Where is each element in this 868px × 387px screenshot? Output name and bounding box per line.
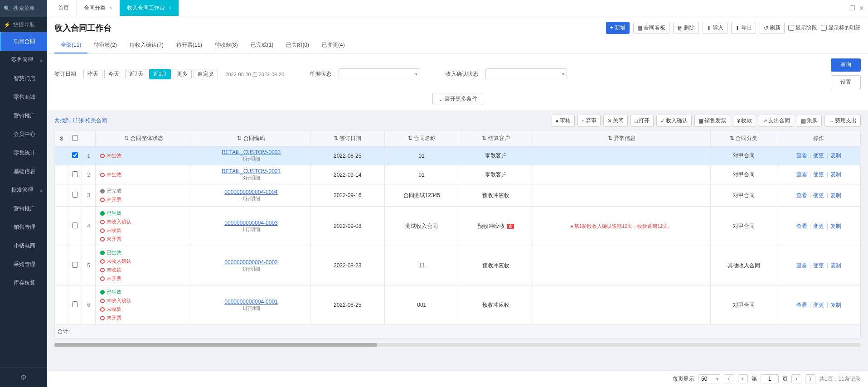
show-detail-input[interactable] bbox=[821, 25, 827, 31]
action-btn-receipt[interactable]: ¥收款 bbox=[733, 115, 756, 127]
op-copy-0[interactable]: 复制 bbox=[830, 152, 841, 159]
sidebar-item-retail_stats[interactable]: 零售统计 bbox=[0, 144, 47, 162]
show-stage-checkbox[interactable]: 显示阶段 bbox=[788, 24, 817, 32]
show-stage-input[interactable] bbox=[788, 25, 794, 31]
row-checkbox-2[interactable] bbox=[72, 192, 78, 198]
cell-check-3[interactable] bbox=[68, 207, 82, 246]
sidebar-item-basic_info[interactable]: 基础信息 bbox=[0, 162, 47, 181]
row-checkbox-4[interactable] bbox=[72, 262, 78, 268]
op-edit-5[interactable]: 变更 bbox=[813, 302, 824, 308]
op-view-4[interactable]: 查看 bbox=[796, 262, 807, 269]
op-copy-1[interactable]: 复制 bbox=[830, 171, 841, 178]
op-copy-5[interactable]: 复制 bbox=[830, 302, 841, 308]
tab-income_workbench[interactable]: 收入合同工作台× bbox=[120, 0, 179, 16]
page-size-select[interactable]: 50 10 20 100 bbox=[698, 374, 720, 383]
sidebar-item-sales_mgmt[interactable]: 销售管理 bbox=[0, 218, 47, 237]
tab-contract_category[interactable]: 合同分类× bbox=[77, 0, 120, 16]
th-check[interactable] bbox=[68, 131, 82, 146]
date-btn-more[interactable]: 更多 bbox=[173, 69, 192, 79]
tab-close-contract_category[interactable]: × bbox=[109, 5, 112, 10]
sidebar-item-marketing[interactable]: 营销推广 bbox=[0, 106, 47, 125]
export-button[interactable]: ⬆ 导出 bbox=[731, 22, 756, 34]
op-edit-4[interactable]: 变更 bbox=[813, 262, 824, 269]
kanban-button[interactable]: ▦ 合同看板 bbox=[633, 22, 669, 34]
tab-close-income_workbench[interactable]: × bbox=[169, 5, 171, 10]
income-confirm-select[interactable] bbox=[485, 68, 567, 79]
op-edit-1[interactable]: 变更 bbox=[813, 171, 824, 178]
expand-button[interactable]: ⌄ 展开更多条件 bbox=[432, 93, 483, 105]
horizontal-scrollbar[interactable] bbox=[54, 343, 861, 347]
subtab-completed[interactable]: 已完成(1) bbox=[244, 38, 280, 53]
subtab-pending_invoice[interactable]: 待开票(11) bbox=[170, 38, 209, 53]
row-checkbox-3[interactable] bbox=[72, 223, 78, 228]
restore-button[interactable]: ❐ bbox=[849, 5, 855, 12]
date-btn-last1month[interactable]: 近1月 bbox=[149, 69, 171, 79]
op-view-2[interactable]: 查看 bbox=[796, 192, 807, 198]
contract-link-1[interactable]: RETAIL_CUSTOM-0001 bbox=[222, 168, 281, 174]
action-btn-abandon[interactable]: ○弃审 bbox=[577, 115, 601, 127]
import-button[interactable]: ⬇ 导入 bbox=[703, 22, 727, 34]
date-btn-last7[interactable]: 近7天 bbox=[125, 69, 147, 79]
subtab-pending_confirm[interactable]: 待收入确认(7) bbox=[123, 38, 170, 53]
contract-link-3[interactable]: 0000000000004-0003 bbox=[224, 220, 277, 226]
delete-button[interactable]: 🗑 删除 bbox=[673, 22, 699, 34]
op-copy-3[interactable]: 复制 bbox=[830, 223, 841, 229]
cell-check-2[interactable] bbox=[68, 184, 82, 207]
sidebar-item-retail_commerce[interactable]: 零售商城 bbox=[0, 88, 47, 106]
first-page-button[interactable]: ⟨ bbox=[724, 374, 734, 383]
contract-link-0[interactable]: RETAIL_CUSTOM-0003 bbox=[222, 149, 281, 155]
action-btn-open[interactable]: □打开 bbox=[630, 115, 654, 127]
close-button[interactable]: ✕ bbox=[859, 5, 864, 12]
op-edit-3[interactable]: 变更 bbox=[813, 223, 824, 229]
next-page-button[interactable]: › bbox=[791, 374, 801, 383]
row-checkbox-5[interactable] bbox=[72, 301, 78, 307]
show-detail-checkbox[interactable]: 显示标的明细 bbox=[821, 24, 861, 32]
sidebar-item-purchase[interactable]: 采购管理 bbox=[0, 255, 47, 274]
contract-link-4[interactable]: 0000000000004-0002 bbox=[224, 259, 277, 266]
action-btn-review[interactable]: ●审核 bbox=[552, 115, 575, 127]
contract-link-5[interactable]: 0000000000004-0001 bbox=[224, 299, 277, 305]
op-copy-4[interactable]: 复制 bbox=[830, 262, 841, 269]
sidebar-item-member[interactable]: 会员中心 bbox=[0, 125, 47, 144]
subtab-all[interactable]: 全部(11) bbox=[54, 38, 87, 53]
last-page-button[interactable]: ⟩ bbox=[805, 374, 815, 383]
query-button[interactable]: 查询 bbox=[831, 58, 861, 72]
action-btn-expense_out[interactable]: →费用支出 bbox=[824, 115, 861, 127]
action-btn-expense_contract[interactable]: ↗支出合同 bbox=[759, 115, 794, 127]
page-number-input[interactable] bbox=[761, 374, 779, 383]
op-view-5[interactable]: 查看 bbox=[796, 302, 807, 308]
settings-icon[interactable]: ⚙ bbox=[20, 373, 27, 382]
op-copy-2[interactable]: 复制 bbox=[830, 192, 841, 198]
doc-status-select[interactable] bbox=[339, 68, 420, 79]
date-btn-custom[interactable]: 自定义 bbox=[194, 69, 218, 79]
select-all-checkbox[interactable] bbox=[72, 135, 78, 141]
op-edit-0[interactable]: 变更 bbox=[813, 152, 824, 159]
subtab-pending_review[interactable]: 待审核(2) bbox=[87, 38, 123, 53]
cell-check-4[interactable] bbox=[68, 246, 82, 285]
refresh-button[interactable]: ↺ 刷新 bbox=[760, 22, 785, 34]
sidebar-quick-nav[interactable]: ⚡ 快捷导航 bbox=[0, 17, 47, 32]
subtab-changed[interactable]: 已变更(4) bbox=[315, 38, 351, 53]
prev-page-button[interactable]: ‹ bbox=[738, 374, 748, 383]
sidebar-item-marketing2[interactable]: 营销推广 bbox=[0, 199, 47, 218]
date-btn-today[interactable]: 今天 bbox=[104, 69, 123, 79]
subtab-closed[interactable]: 已关闭(0) bbox=[280, 38, 315, 53]
row-checkbox-0[interactable] bbox=[72, 152, 78, 158]
set-button[interactable]: 设置 bbox=[831, 75, 861, 89]
contract-link-2[interactable]: 0000000000004-0004 bbox=[224, 189, 277, 195]
tab-home[interactable]: 首页 bbox=[51, 0, 77, 16]
table-scroll[interactable]: ⚙ ⇅ 合同整体状态 ⇅ 合同编码 ⇅ 签订日期 bbox=[54, 131, 861, 339]
subtab-pending_payment[interactable]: 待收款(8) bbox=[209, 38, 244, 53]
action-btn-close[interactable]: ✕关闭 bbox=[603, 115, 628, 127]
op-view-3[interactable]: 查看 bbox=[796, 223, 807, 229]
sidebar-item-wholesale[interactable]: 批发管理▲ bbox=[0, 181, 47, 199]
cell-check-0[interactable] bbox=[68, 146, 82, 165]
add-button[interactable]: + 新增 bbox=[606, 22, 630, 34]
op-view-1[interactable]: 查看 bbox=[796, 171, 807, 178]
sidebar-item-project[interactable]: 项目合同 bbox=[0, 32, 47, 51]
th-settings[interactable]: ⚙ bbox=[55, 131, 68, 146]
action-btn-purchase[interactable]: ▤采购 bbox=[797, 115, 822, 127]
sidebar-item-stock[interactable]: 库存核算 bbox=[0, 274, 47, 292]
action-btn-income_confirm[interactable]: ✓收入确认 bbox=[656, 115, 692, 127]
sidebar-search[interactable]: 🔍 搜索菜单 bbox=[0, 0, 47, 17]
